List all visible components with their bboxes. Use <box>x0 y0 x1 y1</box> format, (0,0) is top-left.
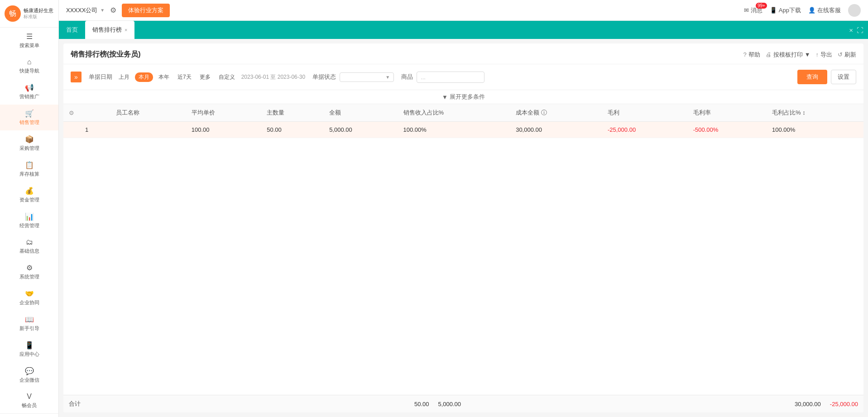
date-btn-custom[interactable]: 自定义 <box>216 72 238 82</box>
marketing-icon: 📢 <box>25 83 34 92</box>
sidebar-label-enterprise: 企业协同 <box>19 299 39 306</box>
table-row: 1 100.00 50.00 5,000.00 100.00% 30,000.0… <box>63 122 863 138</box>
status-filter-group: 单据状态 ▼ <box>312 72 394 82</box>
sidebar-label-purchase-mgmt: 采购管理 <box>19 145 39 152</box>
tab-home[interactable]: 首页 <box>59 21 85 39</box>
filter-collapse-button[interactable]: » <box>71 72 82 82</box>
footer-amount: 5,000.00 <box>438 401 461 407</box>
sidebar-item-operations[interactable]: 📊 经营管理 <box>0 208 58 234</box>
date-btn-last-month[interactable]: 上月 <box>116 72 132 82</box>
sidebar-item-wechat[interactable]: 💬 企业微信 <box>0 362 58 388</box>
help-icon: ? <box>743 51 746 58</box>
status-filter-label: 单据状态 <box>312 73 336 81</box>
online-service-button[interactable]: 👤 在线客服 <box>808 6 841 14</box>
sidebar-item-finance[interactable]: 💰 资金管理 <box>0 182 58 208</box>
col-rank <box>80 104 110 122</box>
filter-bar: » 单据日期 上月 本月 本年 近7天 更多 自定义 2023-06-01 至 … <box>63 64 863 90</box>
col-sales-pct: 销售收入占比% <box>398 104 511 122</box>
tab-close-all-icon[interactable]: × <box>849 26 853 34</box>
message-badge: 99+ <box>756 3 767 9</box>
footer-gross: -25,000.00 <box>830 401 858 407</box>
message-icon: ✉ <box>744 7 749 14</box>
cell-settings <box>63 122 80 138</box>
sidebar-item-enterprise[interactable]: 🤝 企业协同 <box>0 285 58 311</box>
footer-main-qty: 50.00 <box>414 401 429 407</box>
logo-text: 畅康通好生意 <box>24 7 53 14</box>
tab-close-icon[interactable]: × <box>125 27 127 33</box>
help-button[interactable]: ? 帮助 <box>743 51 760 59</box>
app-download-icon: 📱 <box>770 7 777 14</box>
date-range-display: 2023-06-01 至 2023-06-30 <box>241 73 305 81</box>
logo-icon: 畅 <box>5 5 21 22</box>
export-button[interactable]: ↑ 导出 <box>816 51 833 59</box>
sidebar-label-guide: 新手引导 <box>19 325 39 332</box>
expand-conditions-label: 展开更多条件 <box>450 93 485 101</box>
tab-sales-rank-label: 销售排行榜 <box>92 26 122 34</box>
operations-icon: 📊 <box>25 212 34 221</box>
sidebar-bottom: ⚙ ◀ <box>0 413 58 417</box>
sidebar-label-basic-info: 基础信息 <box>19 248 39 254</box>
company-dropdown-arrow: ▼ <box>100 8 105 13</box>
sidebar: 畅 畅康通好生意 标准版 ☰ 搜索菜单 ⌂ 快捷导航 📢 营销推广 🛒 销售管理… <box>0 0 59 417</box>
refresh-label: 刷新 <box>844 51 856 59</box>
sidebar-label-member: 畅会员 <box>22 402 37 409</box>
sidebar-label-operations: 经营管理 <box>19 222 39 229</box>
inventory-icon: 📋 <box>25 161 34 169</box>
status-filter-select[interactable]: ▼ <box>340 72 394 82</box>
sidebar-item-marketing[interactable]: 📢 营销推广 <box>0 79 58 105</box>
query-button[interactable]: 查询 <box>797 70 827 84</box>
refresh-button[interactable]: ↺ 刷新 <box>838 51 856 59</box>
goods-filter-input[interactable]: ... <box>417 72 484 83</box>
message-button[interactable]: ✉ 消息 99+ <box>744 6 762 14</box>
goods-filter-label: 商品 <box>401 73 413 81</box>
date-filter-label: 单据日期 <box>89 73 112 81</box>
cell-gross: -25,000.00 <box>602 122 688 138</box>
col-settings[interactable]: ⚙ <box>63 104 80 122</box>
goods-filter-group: 商品 ... <box>401 72 484 83</box>
cell-gross-rate: -500.00% <box>688 122 767 138</box>
cell-amount: 5,000.00 <box>324 122 398 138</box>
expand-conditions-button[interactable]: ▼ 展开更多条件 <box>442 93 485 101</box>
wechat-icon: 💬 <box>25 367 34 375</box>
tab-home-label: 首页 <box>66 26 78 34</box>
search-order-icon: ☰ <box>26 32 33 41</box>
sidebar-item-inventory[interactable]: 📋 库存核算 <box>0 156 58 182</box>
sidebar-label-inventory: 库存核算 <box>19 171 39 177</box>
company-selector[interactable]: XXXXX公司 ▼ <box>66 6 105 14</box>
filter-settings-button[interactable]: 设置 <box>831 70 856 84</box>
sidebar-item-basic-info[interactable]: 🗂 基础信息 <box>0 234 58 259</box>
content-panel: 销售排行榜(按业务员) ? 帮助 🖨 按模板打印 ▼ ↑ 导出 <box>63 43 863 412</box>
tabbar-right: × ⛶ <box>849 26 868 34</box>
trial-button[interactable]: 体验行业方案 <box>122 4 170 17</box>
tab-sales-rank[interactable]: 销售排行榜 × <box>85 21 134 39</box>
topbar-settings-icon[interactable]: ⚙ <box>110 6 116 14</box>
app-download-button[interactable]: 📱 App下载 <box>770 6 801 14</box>
main-content: XXXXX公司 ▼ ⚙ 体验行业方案 ✉ 消息 99+ 📱 App下载 👤 在线… <box>59 0 868 417</box>
purchase-mgmt-icon: 📦 <box>25 135 34 144</box>
page-title: 销售排行榜(按业务员) <box>71 50 141 59</box>
sidebar-item-purchase-mgmt[interactable]: 📦 采购管理 <box>0 130 58 156</box>
sidebar-item-guide[interactable]: 📖 新手引导 <box>0 311 58 336</box>
refresh-icon: ↺ <box>838 51 843 58</box>
cell-sales-pct: 100.00% <box>398 122 511 138</box>
date-btn-7days[interactable]: 近7天 <box>175 72 194 82</box>
sidebar-item-sales-mgmt[interactable]: 🛒 销售管理 <box>0 105 58 130</box>
date-btn-this-year[interactable]: 本年 <box>156 72 172 82</box>
help-label: 帮助 <box>748 51 760 59</box>
goods-input-placeholder: ... <box>421 74 480 81</box>
footer-cost: 30,000.00 <box>795 401 821 407</box>
col-main-qty: 主数量 <box>261 104 324 122</box>
topbar: XXXXX公司 ▼ ⚙ 体验行业方案 ✉ 消息 99+ 📱 App下载 👤 在线… <box>59 0 868 21</box>
print-button[interactable]: 🖨 按模板打印 ▼ <box>766 51 810 59</box>
sidebar-item-app-center[interactable]: 📱 应用中心 <box>0 336 58 362</box>
sidebar-item-search-order[interactable]: ☰ 搜索菜单 <box>0 28 58 53</box>
sidebar-item-quick-nav[interactable]: ⌂ 快捷导航 <box>0 53 58 79</box>
cell-rank: 1 <box>80 122 110 138</box>
tab-expand-icon[interactable]: ⛶ <box>857 26 863 34</box>
user-avatar[interactable] <box>848 4 861 17</box>
date-btn-more[interactable]: 更多 <box>197 72 213 82</box>
col-gross: 毛利 <box>602 104 688 122</box>
date-btn-this-month[interactable]: 本月 <box>135 72 153 82</box>
sidebar-item-member[interactable]: V 畅会员 <box>0 388 58 413</box>
sidebar-item-system[interactable]: ⚙ 系统管理 <box>0 259 58 285</box>
